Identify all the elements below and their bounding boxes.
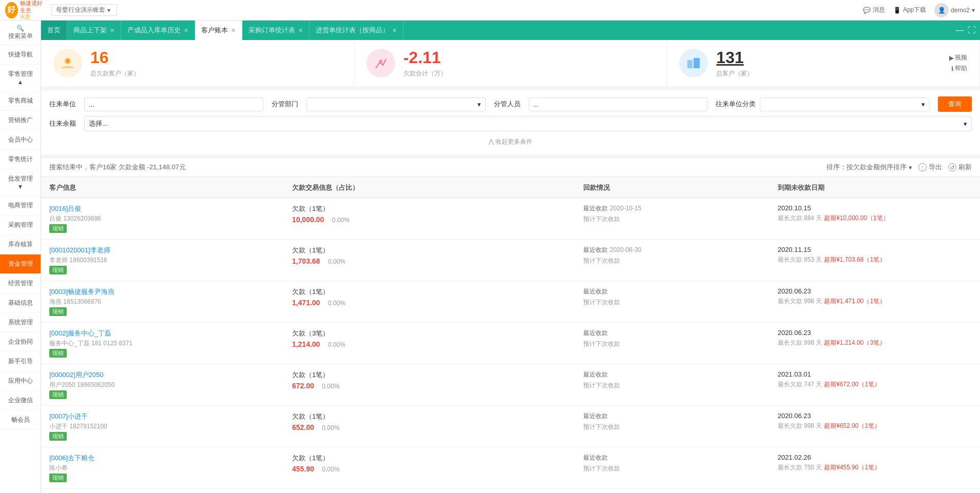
stat-card-right: ▶ 视频 ℹ 帮助 xyxy=(949,53,967,73)
tab-customer-account[interactable]: 客户账本 ✕ xyxy=(195,21,242,40)
customer-phone-3: 服务中心_丁磊 181 0125 8371 xyxy=(49,339,292,348)
sidebar-item-system[interactable]: 系统管理 xyxy=(0,313,41,332)
tab-close-production[interactable]: ✕ xyxy=(184,27,188,34)
tab-close-products[interactable]: ✕ xyxy=(110,27,114,34)
overdue-amount-5[interactable]: 超期¥652.00（1笔） xyxy=(824,422,880,429)
sidebar-item-quick-nav[interactable]: 快捷导航 xyxy=(0,45,41,65)
app-download-btn[interactable]: 📱 App下载 xyxy=(893,6,926,14)
help-btn[interactable]: ℹ 帮助 xyxy=(951,64,967,73)
debt-percent-3: 0.00% xyxy=(328,341,345,348)
dropdown-arrow-dept: ▾ xyxy=(477,101,481,108)
debt-amount-5[interactable]: 652.00 xyxy=(292,423,314,431)
sidebar-item-member[interactable]: 会员中心 xyxy=(0,130,41,150)
sidebar-item-finance[interactable]: 资金管理 xyxy=(0,254,41,274)
table-row: [0016]吕俊 吕俊 13026203696 现销 欠款（1笔） 10,000… xyxy=(41,198,980,240)
sidebar-item-tutorial[interactable]: 新手引导 xyxy=(0,352,41,371)
customer-name-0[interactable]: [0016]吕俊 xyxy=(49,204,292,213)
stat-info-total-debt: -2.11 欠款合计（万） xyxy=(403,48,447,78)
sidebar-item-retail-mgmt[interactable]: 零售管理 ▲ xyxy=(0,65,41,91)
filter-category: 往来单位分类 ▾ xyxy=(716,97,930,111)
overdue-amount-6[interactable]: 超期¥455.90（1笔） xyxy=(824,464,880,471)
message-btn[interactable]: 💬 消息 xyxy=(863,6,885,14)
filter-balance: 往来余额 选择... ▾ xyxy=(49,116,972,131)
tab-products[interactable]: 商品上下架 ✕ xyxy=(67,21,121,40)
sidebar-item-operation[interactable]: 经营管理 xyxy=(0,274,41,293)
tab-production[interactable]: 产成品入库单历史 ✕ xyxy=(121,21,195,40)
sidebar-item-retail-stats[interactable]: 零售统计 xyxy=(0,150,41,169)
debt-count-4: 欠款（1笔） xyxy=(292,370,583,380)
filter-select-balance[interactable]: 选择... ▾ xyxy=(84,116,972,131)
overdue-amount-1[interactable]: 超期¥1,703.68（1笔） xyxy=(824,256,886,263)
collapse-more-btn[interactable]: ⋀ 收起更多条件 xyxy=(49,135,972,148)
refresh-btn[interactable]: ↺ 刷新 xyxy=(948,163,972,172)
debt-count-5: 欠款（1笔） xyxy=(292,412,583,421)
filter-input-supplier[interactable]: ... xyxy=(84,97,263,111)
video-btn[interactable]: ▶ 视频 xyxy=(949,53,967,62)
debt-percent-5: 0.00% xyxy=(322,424,339,431)
tab-bar: 首页 商品上下架 ✕ 产成品入库单历史 ✕ 客户账本 ✕ 采购订单统计表 ✕ 进… xyxy=(41,21,980,40)
layout: 🔍 搜索菜单 快捷导航 零售管理 ▲ 零售商城 营销推广 会员中心 零售统计 批… xyxy=(0,21,980,493)
sidebar-item-wechat[interactable]: 企业微信 xyxy=(0,391,41,410)
sidebar-item-wholesale[interactable]: 批发管理 ▼ xyxy=(0,169,41,196)
user-menu-btn[interactable]: 👤 demo2 ▾ xyxy=(934,3,975,17)
export-btn[interactable]: ↑ 导出 xyxy=(918,163,942,172)
sidebar-item-basic-info[interactable]: 基础信息 xyxy=(0,293,41,313)
customer-name-4[interactable]: [000002]用户2050 xyxy=(49,370,292,380)
stat-label-debtors: 总欠款客户（家） xyxy=(90,69,140,78)
overdue-amount-4[interactable]: 超期¥672.00（1笔） xyxy=(824,381,880,388)
customer-tag-4: 现销 xyxy=(49,390,67,399)
sort-btn[interactable]: 排序：按欠款金额倒序排序 ▾ xyxy=(827,163,912,172)
col-header-return: 回款情况 xyxy=(583,183,777,192)
debt-amount-4[interactable]: 672.00 xyxy=(292,382,314,390)
overdue-amount-3[interactable]: 超期¥1,214.00（3笔） xyxy=(824,339,886,346)
tab-expand-icon[interactable]: ⛶ xyxy=(968,26,976,35)
customer-name-3[interactable]: [0002]服务中心_丁磊 xyxy=(49,329,292,338)
return-next-0: 预计下次收款 xyxy=(583,215,777,224)
customer-name-6[interactable]: [0006]去下粮仓 xyxy=(49,453,292,463)
stat-icon-total-debt xyxy=(367,49,395,77)
sidebar-item-inventory[interactable]: 库存核算 xyxy=(0,235,41,254)
filter-select-category[interactable]: ▾ xyxy=(760,97,930,111)
debt-amount-6[interactable]: 455.90 xyxy=(292,465,314,473)
sidebar-item-member-vip[interactable]: 畅会员 xyxy=(0,410,41,430)
customer-name-5[interactable]: [0007]小进干 xyxy=(49,412,292,421)
customer-phone-0: 吕俊 13026203696 xyxy=(49,214,292,223)
sidebar-item-app-center[interactable]: 应用中心 xyxy=(0,371,41,391)
return-next-6: 预计下次收款 xyxy=(583,464,777,473)
chevron-down-icon: ▼ xyxy=(17,183,24,190)
sidebar-item-marketing[interactable]: 营销推广 xyxy=(0,111,41,130)
dropdown-arrow-balance: ▾ xyxy=(964,120,967,128)
debt-amount-2[interactable]: 1,471.00 xyxy=(292,299,320,307)
customer-name-2[interactable]: [0003]畅捷服务尹海燕 xyxy=(49,287,292,297)
tab-close-purchase[interactable]: ✕ xyxy=(298,27,303,34)
store-selector[interactable]: 母婴行业演示账套 ▾ xyxy=(51,4,117,16)
debt-amount-3[interactable]: 1,214.00 xyxy=(292,340,320,348)
sidebar-item-retail-shop[interactable]: 零售商城 xyxy=(0,91,41,111)
customer-phone-6: 陈小希 xyxy=(49,464,292,472)
filter-select-dept[interactable]: ▾ xyxy=(306,97,486,111)
customer-info-4: [000002]用户2050 用户2050 18665062050 现销 xyxy=(49,370,292,399)
customer-tag-2: 现销 xyxy=(49,307,67,316)
sidebar-item-ecommerce[interactable]: 电商管理 xyxy=(0,196,41,215)
filter-label-dept: 分管部门 xyxy=(272,100,302,109)
tab-stock-stats[interactable]: 进货单统计表（按商品） ✕ xyxy=(310,21,403,40)
search-button[interactable]: 查询 xyxy=(938,96,972,112)
filter-input-person[interactable]: ... xyxy=(529,97,708,111)
tab-purchase-order[interactable]: 采购订单统计表 ✕ xyxy=(242,21,310,40)
tab-close-customer[interactable]: ✕ xyxy=(231,27,236,34)
sidebar-item-purchase[interactable]: 采购管理 xyxy=(0,215,41,235)
tab-home[interactable]: 首页 xyxy=(41,21,67,40)
overdue-amount-2[interactable]: 超期¥1,471.00（1笔） xyxy=(824,298,886,305)
sidebar-search[interactable]: 🔍 搜索菜单 xyxy=(0,21,41,45)
stat-card-total-debt: -2.11 欠款合计（万） xyxy=(354,40,667,86)
filter-label-balance: 往来余额 xyxy=(49,119,80,128)
overdue-amount-0[interactable]: 超期¥10,000.00（1笔） xyxy=(824,214,889,222)
debt-amount-1[interactable]: 1,703.68 xyxy=(292,257,320,265)
sidebar-item-enterprise[interactable]: 企业协同 xyxy=(0,332,41,352)
customer-name-1[interactable]: [0001020001]李老师 xyxy=(49,246,292,255)
col-header-debt: 欠款交易信息（占比） xyxy=(292,183,583,192)
return-info-2: 最近收款 预计下次收款 xyxy=(583,287,777,307)
tab-close-stock[interactable]: ✕ xyxy=(392,27,397,34)
debt-amount-0[interactable]: 10,000.00 xyxy=(292,215,324,224)
tab-minimize-icon[interactable]: — xyxy=(955,26,964,35)
